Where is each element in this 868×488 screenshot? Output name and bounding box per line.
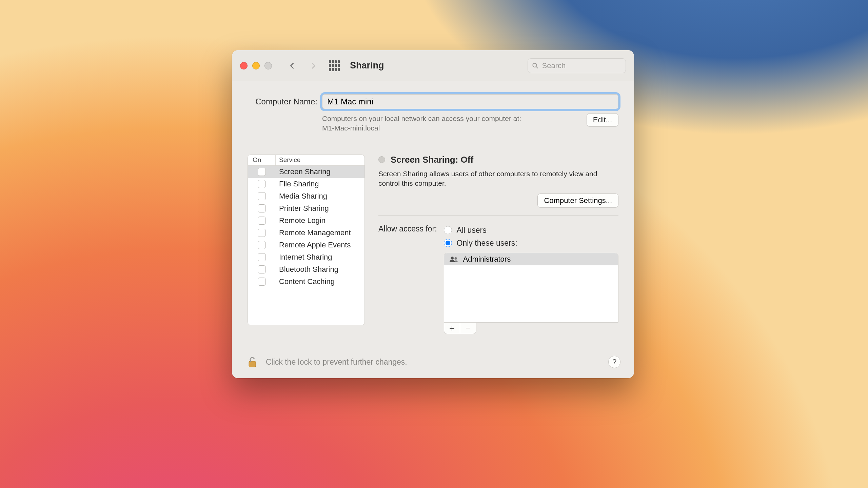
minimize-window-button[interactable] bbox=[252, 62, 260, 69]
footer: Click the lock to prevent further change… bbox=[232, 346, 634, 378]
user-name: Administrators bbox=[463, 255, 511, 264]
pane-title: Sharing bbox=[350, 60, 384, 71]
service-row[interactable]: Media Sharing bbox=[248, 190, 364, 202]
lock-hint-text: Click the lock to prevent further change… bbox=[266, 358, 407, 367]
user-row[interactable]: Administrators bbox=[444, 253, 618, 265]
lock-icon[interactable] bbox=[245, 355, 259, 369]
service-checkbox[interactable] bbox=[258, 253, 266, 261]
service-label: Remote Login bbox=[276, 216, 364, 225]
svg-point-2 bbox=[451, 257, 454, 260]
service-row[interactable]: Content Caching bbox=[248, 276, 364, 288]
status-row: Screen Sharing: Off bbox=[378, 155, 618, 165]
grid-icon bbox=[329, 60, 340, 71]
radio-icon bbox=[444, 239, 452, 247]
allowed-users-list[interactable]: Administrators bbox=[444, 253, 618, 323]
services-header: On Service bbox=[248, 155, 364, 166]
computer-name-hint: Computers on your local network can acce… bbox=[322, 114, 587, 133]
svg-point-3 bbox=[454, 257, 457, 260]
svg-rect-4 bbox=[249, 361, 256, 367]
service-row[interactable]: Printer Sharing bbox=[248, 202, 364, 215]
service-label: Remote Management bbox=[276, 228, 364, 237]
service-row[interactable]: Remote Management bbox=[248, 227, 364, 239]
radio-all-users[interactable]: All users bbox=[444, 224, 618, 237]
user-list-controls: ＋ − bbox=[444, 323, 476, 334]
service-label: Media Sharing bbox=[276, 192, 364, 201]
service-checkbox[interactable] bbox=[258, 217, 266, 225]
service-description: Screen Sharing allows users of other com… bbox=[378, 169, 618, 188]
radio-all-users-label: All users bbox=[457, 226, 487, 235]
svg-line-1 bbox=[536, 66, 538, 68]
svg-point-0 bbox=[533, 63, 536, 67]
status-indicator-icon bbox=[378, 156, 385, 163]
service-checkbox[interactable] bbox=[258, 168, 266, 176]
help-button[interactable]: ? bbox=[608, 356, 620, 368]
window-traffic-lights bbox=[240, 62, 272, 69]
service-checkbox[interactable] bbox=[258, 229, 266, 237]
service-label: Bluetooth Sharing bbox=[276, 265, 364, 274]
radio-only-these-users[interactable]: Only these users: bbox=[444, 237, 618, 249]
forward-button[interactable] bbox=[306, 58, 321, 73]
divider bbox=[378, 215, 618, 216]
service-row[interactable]: Internet Sharing bbox=[248, 251, 364, 263]
computer-settings-button[interactable]: Computer Settings... bbox=[537, 194, 618, 208]
search-field[interactable] bbox=[528, 58, 626, 73]
service-checkbox[interactable] bbox=[258, 265, 266, 273]
desktop-wallpaper: Sharing Computer Name: Computers on your… bbox=[0, 0, 868, 488]
computer-name-input[interactable] bbox=[327, 97, 613, 106]
service-row[interactable]: File Sharing bbox=[248, 178, 364, 190]
service-checkbox[interactable] bbox=[258, 180, 266, 188]
service-label: Screen Sharing bbox=[276, 167, 364, 176]
service-checkbox[interactable] bbox=[258, 192, 266, 200]
service-label: Content Caching bbox=[276, 277, 364, 286]
service-label: File Sharing bbox=[276, 180, 364, 188]
computer-name-field[interactable] bbox=[322, 94, 618, 109]
service-label: Internet Sharing bbox=[276, 253, 364, 262]
header-on: On bbox=[248, 155, 276, 165]
search-icon bbox=[532, 62, 539, 69]
users-group-icon bbox=[449, 256, 458, 263]
service-checkbox[interactable] bbox=[258, 278, 266, 286]
service-row[interactable]: Bluetooth Sharing bbox=[248, 263, 364, 276]
show-all-preferences-button[interactable] bbox=[327, 58, 342, 73]
computer-name-section: Computer Name: Computers on your local n… bbox=[232, 81, 634, 142]
service-checkbox[interactable] bbox=[258, 241, 266, 249]
service-row[interactable]: Remote Apple Events bbox=[248, 239, 364, 251]
radio-only-these-users-label: Only these users: bbox=[457, 239, 517, 248]
close-window-button[interactable] bbox=[240, 62, 248, 69]
main-content: On Service Screen SharingFile SharingMed… bbox=[232, 142, 634, 346]
zoom-window-button[interactable] bbox=[264, 62, 272, 69]
service-row[interactable]: Remote Login bbox=[248, 215, 364, 227]
service-checkbox[interactable] bbox=[258, 204, 266, 212]
window-toolbar: Sharing bbox=[232, 50, 634, 81]
access-label: Allow access for: bbox=[378, 224, 437, 334]
edit-hostname-button[interactable]: Edit... bbox=[587, 113, 618, 127]
services-table[interactable]: On Service Screen SharingFile SharingMed… bbox=[248, 155, 365, 325]
access-section: Allow access for: All users Only these u… bbox=[378, 224, 618, 334]
computer-name-label: Computer Name: bbox=[248, 97, 317, 106]
service-label: Remote Apple Events bbox=[276, 241, 364, 249]
search-input[interactable] bbox=[542, 61, 622, 70]
status-title: Screen Sharing: Off bbox=[391, 155, 473, 165]
service-label: Printer Sharing bbox=[276, 204, 364, 213]
header-service: Service bbox=[276, 155, 364, 165]
service-row[interactable]: Screen Sharing bbox=[248, 166, 364, 178]
back-button[interactable] bbox=[285, 58, 300, 73]
sharing-preferences-window: Sharing Computer Name: Computers on your… bbox=[232, 50, 634, 378]
remove-user-button[interactable]: − bbox=[460, 323, 476, 334]
radio-icon bbox=[444, 226, 452, 234]
add-user-button[interactable]: ＋ bbox=[444, 323, 460, 334]
service-detail: Screen Sharing: Off Screen Sharing allow… bbox=[378, 155, 618, 338]
